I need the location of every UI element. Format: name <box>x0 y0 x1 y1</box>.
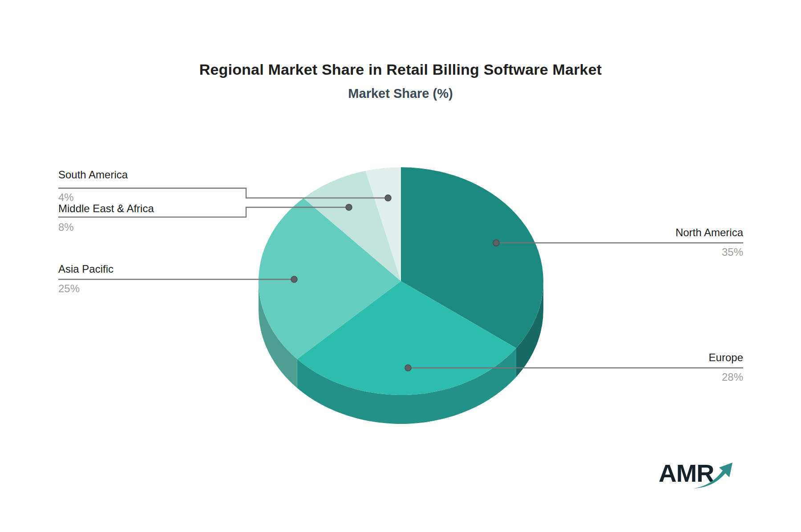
logo-arrow-icon <box>692 462 733 490</box>
callout-dot-north-america <box>493 240 499 246</box>
callout-dot-middle-east-africa <box>346 204 352 210</box>
callout-value-middle-east-africa: 8% <box>58 221 74 234</box>
callout-dot-asia-pacific <box>291 276 297 282</box>
chart-canvas: Regional Market Share in Retail Billing … <box>0 0 801 532</box>
callout-value-north-america: 35% <box>722 246 743 258</box>
callout-label-middle-east-africa: Middle East & Africa <box>58 202 154 215</box>
callout-label-asia-pacific: Asia Pacific <box>58 263 113 275</box>
callout-label-south-america: South America <box>58 169 128 181</box>
callout-dot-europe <box>405 365 411 371</box>
callout-label-europe: Europe <box>709 351 743 364</box>
callout-value-asia-pacific: 25% <box>58 282 80 295</box>
brand-logo: AMR <box>659 461 739 492</box>
callout-dot-south-america <box>385 195 391 201</box>
callout-label-north-america: North America <box>676 226 743 239</box>
callout-value-europe: 28% <box>722 371 743 383</box>
callout-value-south-america: 4% <box>58 191 74 204</box>
pie-chart <box>0 0 801 532</box>
